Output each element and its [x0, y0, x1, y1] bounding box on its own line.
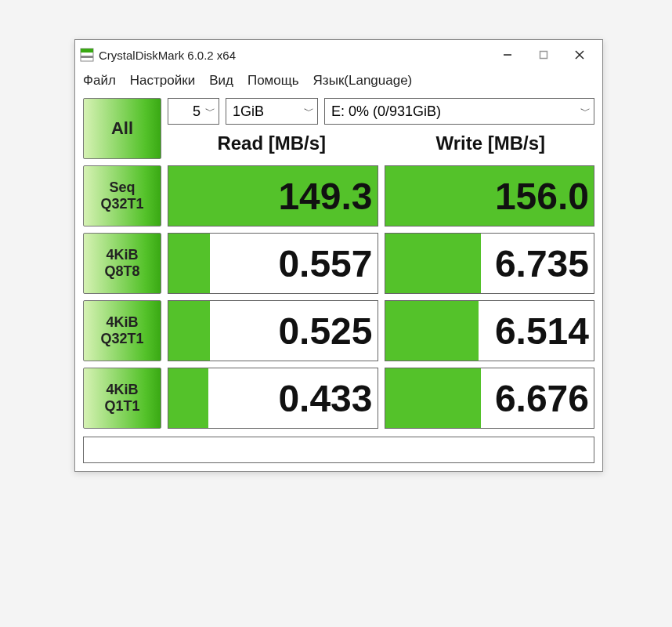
minimize-button[interactable]	[490, 42, 526, 67]
read-result: 0.557	[168, 233, 378, 294]
write-result: 156.0	[385, 165, 595, 227]
close-icon	[574, 49, 585, 60]
window-controls	[490, 42, 598, 67]
app-icon	[80, 48, 94, 62]
app-window: CrystalDiskMark 6.0.2 x64 Файл Настройки…	[74, 39, 603, 472]
test-size-value: 1GiB	[233, 103, 264, 120]
read-result: 149.3	[168, 165, 378, 227]
minimize-icon	[503, 50, 512, 60]
write-value: 6.735	[495, 242, 589, 285]
write-result: 6.514	[385, 300, 595, 361]
read-value: 0.557	[278, 242, 372, 285]
menubar: Файл Настройки Вид Помощь Язык(Language)	[75, 70, 602, 95]
read-bar	[168, 301, 210, 361]
read-value: 0.433	[278, 377, 372, 420]
test-label-1: 4KiB	[106, 314, 138, 331]
chevron-down-icon: ﹀	[205, 104, 215, 118]
read-value: 0.525	[278, 310, 372, 353]
content-area: All 5 ﹀ 1GiB ﹀ E: 0% (0/931GiB) ﹀	[75, 95, 602, 471]
result-row: 4KiBQ1T10.4336.676	[83, 368, 594, 429]
test-button-0[interactable]: SeqQ32T1	[83, 165, 161, 227]
read-result: 0.525	[168, 300, 378, 361]
write-value: 6.514	[495, 310, 589, 353]
titlebar[interactable]: CrystalDiskMark 6.0.2 x64	[75, 40, 602, 70]
test-label-2: Q32T1	[100, 196, 143, 212]
drive-select[interactable]: E: 0% (0/931GiB) ﹀	[324, 98, 594, 125]
menu-file[interactable]: Файл	[83, 73, 116, 89]
result-row: SeqQ32T1149.3156.0	[83, 165, 594, 227]
menu-help[interactable]: Помощь	[247, 73, 299, 89]
result-row: 4KiBQ8T80.5576.735	[83, 233, 594, 294]
test-label-2: Q32T1	[100, 331, 143, 347]
window-title: CrystalDiskMark 6.0.2 x64	[99, 49, 490, 62]
write-value: 6.676	[495, 377, 589, 420]
menu-view[interactable]: Вид	[209, 73, 233, 89]
write-header: Write [MB/s]	[387, 128, 595, 159]
write-bar	[385, 234, 482, 293]
test-label-1: Seq	[109, 179, 135, 196]
write-bar	[385, 301, 479, 361]
menu-language[interactable]: Язык(Language)	[313, 73, 413, 89]
all-button[interactable]: All	[83, 98, 161, 159]
chevron-down-icon: ﹀	[580, 104, 591, 118]
menu-settings[interactable]: Настройки	[130, 73, 195, 89]
read-result: 0.433	[168, 368, 378, 429]
write-value: 156.0	[495, 175, 589, 218]
test-label-1: 4KiB	[106, 382, 138, 398]
write-result: 6.735	[385, 233, 595, 294]
close-button[interactable]	[562, 42, 598, 67]
read-header: Read [MB/s]	[168, 128, 376, 159]
svg-rect-2	[81, 56, 93, 58]
test-label-1: 4KiB	[106, 247, 138, 263]
test-size-select[interactable]: 1GiB ﹀	[226, 98, 318, 125]
run-count-select[interactable]: 5 ﹀	[168, 98, 219, 125]
write-bar	[385, 368, 482, 428]
maximize-icon	[539, 50, 548, 60]
read-bar	[168, 368, 208, 428]
maximize-button[interactable]	[526, 42, 562, 67]
svg-rect-1	[81, 49, 93, 53]
test-button-3[interactable]: 4KiBQ1T1	[83, 368, 161, 429]
chevron-down-icon: ﹀	[304, 104, 314, 118]
status-bar	[83, 437, 594, 463]
result-row: 4KiBQ32T10.5256.514	[83, 300, 594, 361]
svg-rect-4	[540, 52, 547, 59]
read-value: 149.3	[278, 175, 372, 218]
all-button-label: All	[111, 118, 133, 139]
run-count-value: 5	[175, 103, 201, 120]
test-button-1[interactable]: 4KiBQ8T8	[83, 233, 161, 294]
test-label-2: Q8T8	[104, 263, 139, 280]
drive-value: E: 0% (0/931GiB)	[331, 103, 441, 120]
test-button-2[interactable]: 4KiBQ32T1	[83, 300, 161, 361]
test-label-2: Q1T1	[104, 398, 139, 415]
write-result: 6.676	[385, 368, 595, 429]
read-bar	[168, 234, 210, 293]
